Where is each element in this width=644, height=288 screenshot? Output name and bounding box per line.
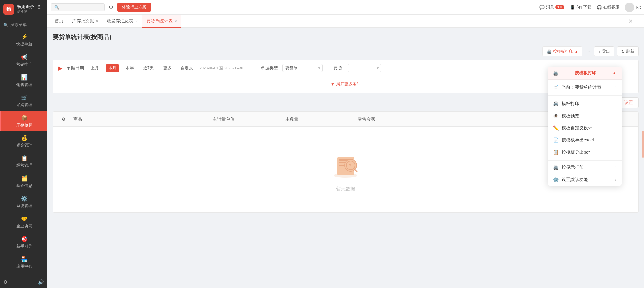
sidebar-item-quick-nav[interactable]: ⚡ 快捷导航 <box>0 30 47 51</box>
dropdown-set-default[interactable]: ⚙️ 设置默认功能 › <box>548 173 622 186</box>
tab-home[interactable]: 首页 <box>51 15 67 28</box>
tab-demand-stats-close[interactable]: × <box>175 19 177 23</box>
sidebar-item-wechat[interactable]: 💬 企业微信 <box>0 273 47 276</box>
printer-icon: 🖨️ <box>547 49 552 54</box>
export-icon: ↑ <box>598 49 601 54</box>
sidebar-bottom: ⚙ 🔊 <box>0 276 47 288</box>
sidebar-item-guide[interactable]: 🎯 新手引导 <box>0 232 47 253</box>
marketing-icon: 📢 <box>21 54 28 60</box>
sidebar-item-purchase[interactable]: 🛒 采购管理 <box>0 91 47 111</box>
search-icon: 🔍 <box>54 5 59 10</box>
sidebar-item-label: 基础信息 <box>16 183 32 189</box>
sidebar-item-operation[interactable]: 📋 经营管理 <box>0 152 47 172</box>
last7days-btn[interactable]: 近7天 <box>141 64 156 72</box>
sound-button[interactable]: 🔊 <box>38 279 44 285</box>
refresh-button[interactable]: ↻ 刷新 <box>617 46 639 56</box>
tab-demand-stats-label: 要货单统计表 <box>146 18 173 24</box>
dropdown-template-excel[interactable]: 📄 按模板导出excel <box>548 134 622 146</box>
tab-close-icon[interactable]: ✕ <box>628 18 633 24</box>
sidebar-item-label: 系统管理 <box>16 203 32 209</box>
export-button[interactable]: ↑ 导出 <box>594 46 614 56</box>
dropdown-template-preview[interactable]: 👁️ 模板预览 <box>548 110 622 122</box>
top-search-box[interactable]: 🔍 <box>51 3 105 11</box>
top-bar: 🔍 ⚙ 体验行业方案 💬 消息 99+ 📱 App下载 🎧 在线客服 Rit <box>47 0 644 15</box>
system-icon: ⚙️ <box>21 195 28 202</box>
sidebar-item-appstore[interactable]: 🏪 应用中心 <box>0 253 47 273</box>
chevron-up-icon: ▲ <box>575 50 578 53</box>
tab-revenue-summary[interactable]: 收发存汇总表 × <box>103 15 141 28</box>
dropdown-template-pdf[interactable]: 📋 按模板导出pdf <box>548 146 622 158</box>
sidebar-item-label: 新手引导 <box>16 244 32 249</box>
order-sub-select[interactable] <box>348 64 381 72</box>
sidebar-item-sales[interactable]: 📊 销售管理 <box>0 71 47 91</box>
search-icon: 🔍 <box>3 23 8 27</box>
top-bar-right: 💬 消息 99+ 📱 App下载 🎧 在线客服 Rit <box>539 3 641 12</box>
dropdown-section-current: 📄 当前：要货单统计表 › <box>548 80 622 95</box>
search-label: 搜索菜单 <box>10 22 27 28</box>
headset-icon: 🎧 <box>597 5 602 10</box>
col-qty: 主数量 <box>283 116 355 122</box>
tab-batch-ledger-close[interactable]: × <box>96 19 98 23</box>
arrow-icon3: › <box>615 177 616 182</box>
col-qty-label: 主数量 <box>285 116 298 122</box>
sidebar-item-marketing[interactable]: 📢 营销推广 <box>0 51 47 71</box>
preview-icon: 👁️ <box>553 113 558 119</box>
current-year-btn[interactable]: 本年 <box>123 64 137 72</box>
tab-batch-ledger[interactable]: 库存批次账 × <box>68 15 102 28</box>
type-select[interactable]: 要货单 <box>282 64 323 72</box>
online-service-item[interactable]: 🎧 在线客服 <box>597 4 619 10</box>
col-settings[interactable]: ⚙ <box>57 117 70 122</box>
sidebar-search[interactable]: 🔍 搜索菜单 <box>0 19 47 30</box>
message-label: 消息 <box>546 4 554 10</box>
type-select-wrapper: 要货单 ▼ <box>282 64 323 72</box>
sidebar-item-label: 采购管理 <box>16 102 32 108</box>
svg-line-7 <box>354 169 357 172</box>
template-print-dropdown: 🖨️ 按模板打印 ▲ 📄 当前：要货单统计表 › 🖨️ 模板打印 <box>548 67 622 186</box>
settings-gear-icon[interactable]: ⚙ <box>62 117 66 122</box>
dropdown-display-print[interactable]: 🖨️ 按显示打印 › <box>548 161 622 173</box>
basic-icon: 🗂️ <box>21 175 28 182</box>
date-filter-label: 单据日期 <box>66 65 84 71</box>
settings-button[interactable]: ⚙ <box>3 279 8 285</box>
dropdown-template-print[interactable]: 🖨️ 模板打印 <box>548 98 622 110</box>
expand-more-btn[interactable]: ▼ 展开更多条件 <box>58 79 633 89</box>
excel-icon: 📄 <box>553 137 558 143</box>
sidebar-item-inventory[interactable]: 📦 库存核算 <box>0 111 47 131</box>
prev-month-btn[interactable]: 上月 <box>88 64 101 72</box>
current-month-btn[interactable]: 本月 <box>106 64 119 72</box>
tab-revenue-summary-close[interactable]: × <box>135 19 137 23</box>
sidebar-item-collab[interactable]: 🤝 企业协同 <box>0 212 47 232</box>
more-date-btn[interactable]: 更多 <box>160 64 174 72</box>
finance-icon: 💰 <box>21 135 28 141</box>
trial-button[interactable]: 体验行业方案 <box>117 3 151 12</box>
message-item[interactable]: 💬 消息 99+ <box>539 4 564 10</box>
expand-more-label: 展开更多条件 <box>336 81 360 87</box>
tab-maximize-icon[interactable]: ⛶ <box>635 18 641 24</box>
dropdown-current-template[interactable]: 📄 当前：要货单统计表 › <box>548 81 622 93</box>
arrow-icon2: › <box>615 165 616 170</box>
dropdown-section-actions: 🖨️ 模板打印 👁️ 模板预览 ✏️ 模板自定义设计 📄 按模板导出excel <box>548 96 622 160</box>
page-title: 要货单统计表(按商品) <box>53 33 639 41</box>
col-amount-label: 零售金额 <box>358 116 375 122</box>
dropdown-template-custom[interactable]: ✏️ 模板自定义设计 <box>548 122 622 134</box>
type-filter-label: 单据类型 <box>261 65 278 71</box>
sidebar-nav: ⚡ 快捷导航 📢 营销推广 📊 销售管理 🛒 采购管理 📦 库存核算 💰 资金管… <box>0 30 47 276</box>
dropdown-close-chevron[interactable]: ▲ <box>612 71 616 75</box>
user-profile-item[interactable]: Rit <box>625 3 641 12</box>
scrollbar-thumb[interactable] <box>642 131 644 158</box>
sidebar-item-system[interactable]: ⚙️ 系统管理 <box>0 192 47 212</box>
sidebar-item-basic[interactable]: 🗂️ 基础信息 <box>0 172 47 192</box>
tab-bar: 首页 库存批次账 × 收发存汇总表 × 要货单统计表 × ✕ ⛶ <box>47 15 644 28</box>
message-icon: 💬 <box>539 5 545 10</box>
divider-2 <box>548 160 622 161</box>
more-options-dots[interactable]: ··· <box>585 49 591 54</box>
expand-arrow-icon[interactable]: ▶ <box>58 65 62 71</box>
app-download-item[interactable]: 📱 App下载 <box>570 4 591 10</box>
message-badge: 99+ <box>555 5 564 9</box>
template-custom-label: 模板自定义设计 <box>562 125 616 131</box>
tab-demand-stats[interactable]: 要货单统计表 × <box>142 15 181 28</box>
topbar-gear-icon[interactable]: ⚙ <box>109 4 113 10</box>
sidebar-item-finance[interactable]: 💰 资金管理 <box>0 131 47 152</box>
custom-date-btn[interactable]: 自定义 <box>178 64 196 72</box>
template-print-button[interactable]: 🖨️ 按模板打印 ▲ <box>542 46 582 56</box>
